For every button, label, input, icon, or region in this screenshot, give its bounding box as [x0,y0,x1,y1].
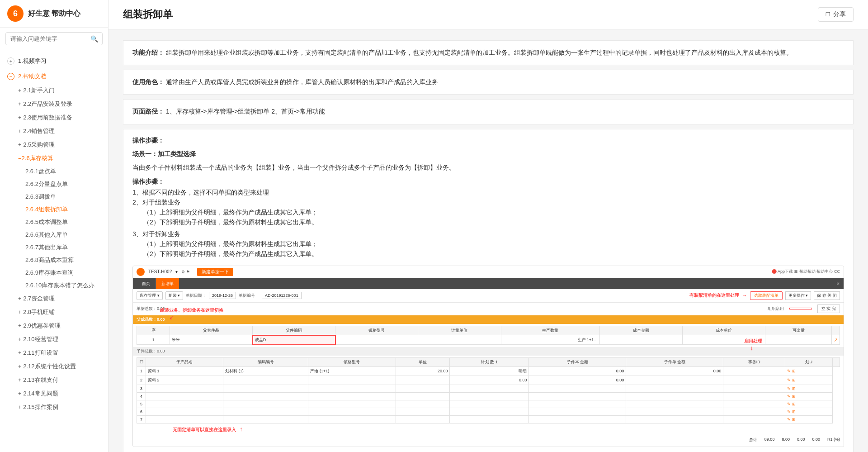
expand-icon: + [18,100,22,107]
sidebar-item-inventory[interactable]: − 2.6库存核算 [18,152,108,165]
mock-date-val: 2019-12-26 [209,292,236,299]
mock-no-label: 单据编号： [239,293,259,299]
search-box[interactable]: 🔍 [0,28,108,50]
search-input[interactable] [5,32,103,45]
mock-company-input [789,308,812,309]
sidebar-item-inventory-count[interactable]: 2.6.1盘点单 [25,165,108,178]
sidebar-item-ops[interactable]: + 2.10经营管理 [18,333,108,346]
sidebar-item-cost-recalc[interactable]: 2.6.8商品成本重算 [25,254,108,266]
sidebar-item-mobile[interactable]: + 2.8手机旺铺 [18,305,108,319]
expand-icon: + [18,390,22,397]
use-role-text: 通常由生产人员或库管人员完成拆装业务的操作，库管人员确认原材料的出库和产成品的入… [166,78,438,86]
td-avail-1 [765,335,832,345]
mock-annotation-area: 有装配清单的在这里处理 → 选取装配清单 更多操作 ▾ 保 存 关 闭 [689,291,840,300]
expand-row-icon: ↗ [834,337,838,343]
td-costamt-1 [600,335,683,345]
sidebar-item-prepare[interactable]: + 2.3使用前数据准备 [18,111,108,124]
mock-toolbar: 库存管理 ▾ 组装 ▾ 单据日期： 2019-12-26 单据编号： AD-20… [133,289,844,303]
step2-2: （2）下部明细为子件明细，最终作为原材料生成其它出库单。 [143,219,844,227]
sidebar-item-coupon[interactable]: + 2.9优惠券管理 [18,319,108,333]
sidebar-item-inventory-query[interactable]: 2.6.9库存账本查询 [25,266,108,279]
sidebar-item-docs[interactable]: − 2.帮助文档 [0,69,108,84]
th-seq: 序 [137,326,170,335]
expand-icon: + [18,404,22,410]
mock-id: TEST-H002 [148,269,172,274]
sidebar-item-other-out[interactable]: 2.6.7其他出库单 [25,241,108,254]
td-qty-1: 生产 1+1… [501,335,600,345]
td-spec-1 [335,335,418,345]
sidebar-item-finance[interactable]: + 2.7资金管理 [18,292,108,305]
share-icon: ❐ [826,11,830,18]
sidebar-item-install[interactable]: + 2.2产品安装及登录 [18,97,108,111]
page-path-label: 页面路径： [132,108,164,115]
step2-1: （1）上部明细为父件明细，最终作为产成品生成其它入库单； [143,209,844,217]
lower-row-6: 6 ✎ [137,408,840,415]
scenario1-desc: 当由多个子件材料组装成一个成品的业务为【组装】业务，当由一个父件拆分成多个子产品… [132,162,844,173]
sidebar-item-faq[interactable]: + 2.14常见问题 [18,387,108,400]
main-header: 组装拆卸单 ❐ 分享 [108,0,868,29]
sidebar-item-label: 1.视频学习 [18,57,47,65]
sidebar-item-other-in[interactable]: 2.6.6其他入库单 [25,228,108,241]
sidebar-item-print[interactable]: + 2.11打印设置 [18,346,108,360]
sidebar-item-video[interactable]: + 1.视频学习 [0,54,108,68]
nav-section-docs: − 2.帮助文档 + 2.1新手入门 + 2.2产品安装及登录 + 2.3使用前… [0,69,108,414]
page-path-text: 1、库存核算->库存管理->组装拆卸单 2、首页->常用功能 [166,108,325,115]
mock-dropdown: 库存管理 ▾ [137,291,163,300]
sidebar-item-transfer[interactable]: 2.6.3调拨单 [25,190,108,203]
mock-type: 组装 ▾ [165,291,184,300]
mock-row-1: 1 米米 成品D 生产 1+1… [137,335,840,345]
sidebar: 6 好生意 帮助中心 🔍 + 1.视频学习 − 2.帮助文档 + 2.1新手入门 [0,0,108,452]
td-name-1: 米米 [170,335,253,345]
collapse-icon: − [18,155,22,162]
td-seq-1: 1 [137,335,170,345]
mock-date-label: 单据日期： [186,293,206,299]
mock-assemble-bar: 父成品数：0.00 组装业务、拆卸业务在这里切换 ↙ [133,315,844,324]
step3: 3、对于拆卸业务 [132,230,844,238]
arrow-icon-1: → [742,292,747,299]
step3-1: （1）上部明细为父件明细，最终作为原材料生成其它出库单； [143,240,844,248]
mock-lower-table: ☐ 子产品名 编码编号 镇格型号 单位 计划 数 1 子件本 金额 子件单 金额… [137,357,840,423]
sidebar-item-payment[interactable]: + 2.13在线支付 [18,373,108,387]
operation-steps-title: 操作步骤： [132,137,844,145]
sidebar-item-newbie[interactable]: + 2.1新手入门 [18,84,108,97]
arrow-icon-4: ↑ [240,425,243,433]
arrow-icon-2: ↙ [169,314,175,321]
lower-row-5: 5 ✎ [137,400,840,408]
td-action-1: ↗ [832,335,840,345]
sidebar-item-cases[interactable]: + 2.15操作案例 [18,400,108,414]
mock-divider: 子件总数：0.00 启用处理 ↓ [133,347,844,356]
mock-close: ✕ [836,281,840,286]
sidebar-item-label: 2.帮助文档 [18,72,47,81]
search-icon[interactable]: 🔍 [90,35,98,43]
sidebar-item-inventory-count2[interactable]: 2.6.2分量盘点单 [25,178,108,190]
mock-separator: ▾ [175,269,178,274]
mock-lower-table-area: ☐ 子产品名 编码编号 镇格型号 单位 计划 数 1 子件本 金额 子件单 金额… [133,356,844,447]
nav-list: + 1.视频学习 − 2.帮助文档 + 2.1新手入门 + 2.2产品安装及登录 [0,50,108,452]
step1: 1、根据不同的业务，选择不同单据的类型来处理 [132,189,844,197]
mock-company-label: 组织店用 [768,306,784,312]
step2: 2、对于组装业务 [132,199,844,207]
mock-apply-btn: 选取装配清单 [750,291,783,300]
page-path-section: 页面路径： 1、库存核算->库存管理->组装拆卸单 2、首页->常用功能 [123,99,854,124]
sidebar-item-system[interactable]: + 2.12系统个性化设置 [18,360,108,373]
mock-confirm-btn: 立 实 完 [817,305,840,313]
expand-icon: + [18,87,22,94]
mock-nav-tabs: 自页 新增单 ✕ [133,278,844,289]
sidebar-item-assemble[interactable]: 2.6.4组装拆卸单 [25,203,108,216]
lower-row-3: 3 ✎ [137,385,840,392]
th-qty: 生产数量 [501,326,600,335]
th-spec: 镇格型号 [335,326,418,335]
sidebar-item-purchase[interactable]: + 2.5采购管理 [18,138,108,152]
sidebar-item-cost-adjust[interactable]: 2.6.5成本调整单 [25,216,108,228]
annotation-text-2: 组装业务、拆卸业务在这里切换 [160,307,223,314]
expand-icon: + [18,349,22,356]
logo-text: 好生意 帮助中心 [28,9,80,19]
mock-logo [137,268,145,276]
sidebar-item-inventory-fix[interactable]: 2.6.10库存账本错了怎么办 [25,279,108,292]
scenario1-title: 场景一：加工类型选择 [132,150,844,158]
share-button[interactable]: ❐ 分享 [818,7,854,22]
use-role-section: 使用角色： 通常由生产人员或库管人员完成拆装业务的操作，库管人员确认原材料的出库… [123,70,854,95]
sidebar-item-sales[interactable]: + 2.4销售管理 [18,124,108,138]
th-cost-price: 成本单价 [683,326,765,335]
expand-icon: + [18,114,22,121]
